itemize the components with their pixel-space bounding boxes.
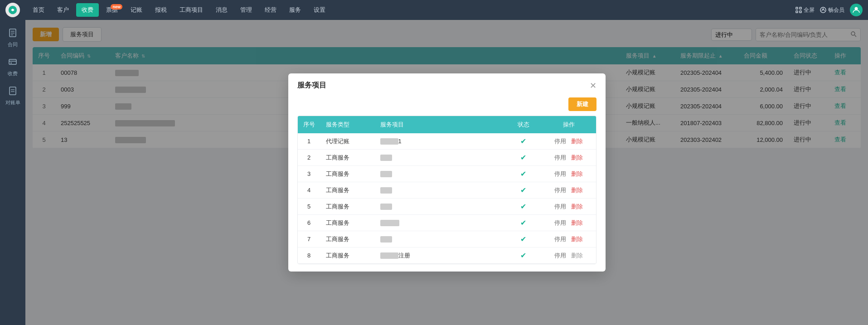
drow-action: 停用 删除 — [542, 150, 596, 166]
dcol-seq: 序号 — [298, 116, 320, 133]
stop-button[interactable]: 停用 — [554, 187, 566, 194]
delete-button[interactable]: 删除 — [571, 236, 583, 243]
drow-type: 工商服务 — [320, 247, 375, 264]
dialog-overlay[interactable]: 服务项目 ✕ 新建 序号 服务类型 服务项目 状态 操作 — [25, 20, 868, 325]
contract-icon — [8, 28, 17, 39]
nav-home[interactable]: 首页 — [27, 3, 50, 17]
stop-button[interactable]: 停用 — [554, 236, 566, 243]
dcol-item: 服务项目 — [375, 116, 505, 133]
status-check-icon: ✔ — [520, 219, 526, 227]
dialog-table-row: 5 工商服务 ✔ 停用 删除 — [298, 199, 596, 215]
nav-manage[interactable]: 管理 — [235, 3, 257, 17]
drow-item — [375, 182, 505, 199]
drow-action: 停用 删除 — [542, 215, 596, 231]
drow-status: ✔ — [505, 231, 542, 247]
drow-action: 停用 删除 — [542, 133, 596, 150]
delete-button[interactable]: 删除 — [571, 203, 583, 210]
svg-rect-1 — [796, 7, 798, 9]
new-badge: new — [111, 4, 122, 10]
nav-tax[interactable]: 报税 — [150, 3, 172, 17]
dialog-table-row: 7 工商服务 ✔ 停用 删除 — [298, 231, 596, 247]
dialog-table-row: 8 工商服务 注册 ✔ 停用 删除 — [298, 247, 596, 264]
logo[interactable] — [5, 3, 20, 17]
drow-seq: 7 — [298, 231, 320, 247]
service-dialog: 服务项目 ✕ 新建 序号 服务类型 服务项目 状态 操作 — [288, 73, 606, 272]
nav-service[interactable]: 服务 — [284, 3, 306, 17]
member-btn[interactable]: 畅会员 — [820, 6, 844, 14]
stop-button[interactable]: 停用 — [554, 138, 566, 145]
dialog-title: 服务项目 — [297, 81, 326, 90]
dcol-status: 状态 — [505, 116, 542, 133]
drow-action: 停用 删除 — [542, 247, 596, 264]
statement-icon — [8, 86, 17, 97]
delete-button[interactable]: 删除 — [571, 252, 583, 259]
drow-status: ✔ — [505, 182, 542, 199]
drow-seq: 6 — [298, 215, 320, 231]
delete-button[interactable]: 删除 — [571, 219, 583, 226]
svg-rect-14 — [10, 87, 16, 95]
drow-action: 停用 删除 — [542, 199, 596, 215]
status-check-icon: ✔ — [520, 235, 526, 243]
charge-icon — [8, 57, 17, 68]
dcol-type: 服务类型 — [320, 116, 375, 133]
dialog-new-button[interactable]: 新建 — [568, 97, 596, 111]
nav-message[interactable]: 消息 — [210, 3, 233, 17]
sidebar: 合同 收费 对账单 — [0, 20, 25, 325]
avatar[interactable] — [850, 4, 863, 16]
dialog-table: 序号 服务类型 服务项目 状态 操作 1 代理记账 1 ✔ 停用 删除 2 工商… — [298, 116, 596, 264]
drow-item — [375, 166, 505, 182]
drow-item — [375, 231, 505, 247]
sidebar-item-statement[interactable]: 对账单 — [0, 82, 25, 111]
top-nav: 首页 客户 收费 票据 new 记账 报税 工商项目 消息 管理 经营 服务 设… — [0, 0, 868, 20]
nav-settings[interactable]: 设置 — [308, 3, 331, 17]
svg-rect-3 — [796, 11, 798, 13]
status-check-icon: ✔ — [520, 170, 526, 178]
nav-operation[interactable]: 经营 — [259, 3, 282, 17]
delete-button[interactable]: 删除 — [571, 154, 583, 161]
sidebar-label-statement: 对账单 — [5, 99, 20, 106]
dialog-close-button[interactable]: ✕ — [590, 82, 596, 90]
dialog-table-row: 3 工商服务 ✔ 停用 删除 — [298, 166, 596, 182]
nav-business[interactable]: 工商项目 — [174, 3, 209, 17]
drow-action: 停用 删除 — [542, 166, 596, 182]
status-check-icon: ✔ — [520, 137, 526, 145]
delete-button[interactable]: 删除 — [571, 138, 583, 145]
drow-seq: 2 — [298, 150, 320, 166]
stop-button[interactable]: 停用 — [554, 252, 566, 259]
stop-button[interactable]: 停用 — [554, 219, 566, 226]
drow-seq: 5 — [298, 199, 320, 215]
drow-type: 工商服务 — [320, 215, 375, 231]
drow-seq: 4 — [298, 182, 320, 199]
drow-action: 停用 删除 — [542, 182, 596, 199]
drow-status: ✔ — [505, 199, 542, 215]
sidebar-item-contract[interactable]: 合同 — [0, 24, 25, 53]
stop-button[interactable]: 停用 — [554, 170, 566, 177]
dialog-toolbar: 新建 — [297, 97, 596, 111]
drow-status: ✔ — [505, 215, 542, 231]
dcol-action: 操作 — [542, 116, 596, 133]
fullscreen-btn[interactable]: 全屏 — [795, 6, 815, 14]
dialog-table-row: 6 工商服务 ✔ 停用 删除 — [298, 215, 596, 231]
stop-button[interactable]: 停用 — [554, 203, 566, 210]
drow-seq: 1 — [298, 133, 320, 150]
nav-bookkeeping[interactable]: 记账 — [125, 3, 148, 17]
delete-button[interactable]: 删除 — [571, 187, 583, 194]
drow-type: 工商服务 — [320, 231, 375, 247]
drow-status: ✔ — [505, 247, 542, 264]
drow-item — [375, 215, 505, 231]
delete-button[interactable]: 删除 — [571, 170, 583, 177]
dialog-table-row: 4 工商服务 ✔ 停用 删除 — [298, 182, 596, 199]
stop-button[interactable]: 停用 — [554, 154, 566, 161]
nav-customer[interactable]: 客户 — [52, 3, 74, 17]
nav-invoice[interactable]: 票据 new — [101, 3, 123, 17]
dialog-header: 服务项目 ✕ — [288, 73, 606, 94]
sidebar-item-charge[interactable]: 收费 — [0, 53, 25, 82]
dialog-table-row: 1 代理记账 1 ✔ 停用 删除 — [298, 133, 596, 150]
sidebar-label-contract: 合同 — [8, 41, 18, 48]
dialog-table-wrap: 序号 服务类型 服务项目 状态 操作 1 代理记账 1 ✔ 停用 删除 2 工商… — [297, 116, 596, 264]
nav-charge[interactable]: 收费 — [76, 3, 99, 17]
nav-items: 首页 客户 收费 票据 new 记账 报税 工商项目 消息 管理 经营 服务 设… — [27, 3, 795, 17]
drow-type: 工商服务 — [320, 182, 375, 199]
drow-item: 1 — [375, 133, 505, 150]
drow-item: 注册 — [375, 247, 505, 264]
